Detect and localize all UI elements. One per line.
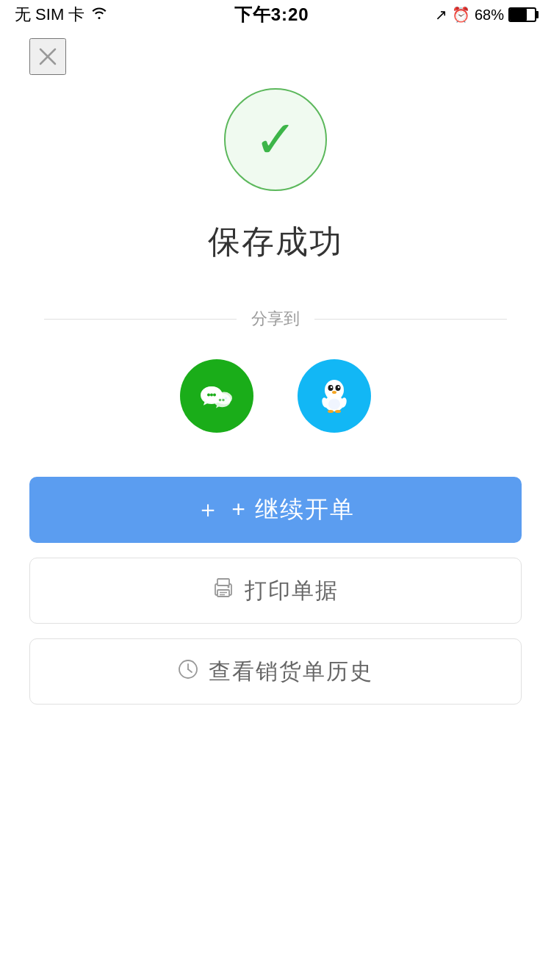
continue-button[interactable]: ＋ + 继续开单 — [29, 477, 522, 543]
svg-point-8 — [207, 394, 210, 397]
qq-share-button[interactable] — [298, 359, 371, 433]
svg-point-12 — [222, 399, 224, 401]
checkmark-icon: ✓ — [254, 114, 298, 165]
svg-point-17 — [338, 386, 340, 389]
status-right: ↗ ⏰ 68% — [435, 6, 536, 24]
share-label: 分享到 — [237, 308, 314, 330]
svg-rect-26 — [217, 579, 229, 586]
divider-line-right — [314, 319, 507, 320]
svg-point-30 — [228, 586, 230, 588]
svg-point-14 — [328, 385, 334, 391]
main-content: ✓ 保存成功 分享到 — [0, 29, 551, 705]
continue-label: + 继续开单 — [231, 494, 355, 526]
divider-line-left — [44, 319, 237, 320]
svg-point-9 — [210, 394, 213, 397]
success-title: 保存成功 — [208, 220, 343, 264]
print-icon — [212, 578, 234, 604]
svg-point-15 — [336, 385, 341, 391]
wechat-share-button[interactable] — [180, 359, 253, 433]
svg-point-10 — [213, 394, 216, 397]
status-bar: 无 SIM 卡 下午3:20 ↗ ⏰ 68% — [0, 0, 551, 29]
alarm-icon: ⏰ — [452, 6, 470, 24]
svg-point-18 — [332, 391, 336, 394]
svg-point-20 — [328, 399, 340, 410]
history-label: 查看销货单历史 — [209, 657, 373, 687]
wifi-icon — [90, 7, 108, 24]
print-label: 打印单据 — [245, 576, 339, 606]
status-left: 无 SIM 卡 — [15, 4, 108, 26]
svg-point-24 — [335, 410, 341, 413]
svg-point-23 — [328, 410, 334, 413]
svg-rect-27 — [217, 590, 229, 597]
svg-point-16 — [331, 386, 333, 389]
svg-point-11 — [219, 399, 221, 401]
svg-line-33 — [188, 669, 192, 672]
clock-icon — [178, 659, 198, 685]
location-icon: ↗ — [435, 6, 447, 24]
plus-icon: ＋ — [196, 494, 221, 526]
share-divider: 分享到 — [0, 308, 551, 330]
carrier-text: 无 SIM 卡 — [15, 4, 84, 26]
battery-bar — [508, 7, 536, 22]
share-icons — [180, 359, 371, 433]
action-buttons: ＋ + 继续开单 打印单据 — [0, 477, 551, 705]
print-button[interactable]: 打印单据 — [29, 558, 522, 624]
success-circle: ✓ — [224, 88, 327, 191]
status-time: 下午3:20 — [234, 3, 309, 26]
history-button[interactable]: 查看销货单历史 — [29, 638, 522, 705]
close-button[interactable] — [29, 38, 66, 75]
battery-text: 68% — [475, 7, 504, 24]
battery-fill — [510, 9, 527, 21]
